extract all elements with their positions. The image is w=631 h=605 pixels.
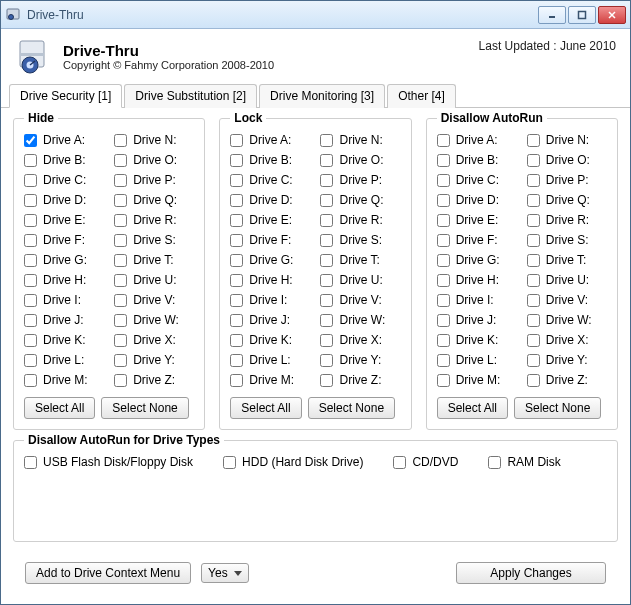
autorun-drive-B-checkbox[interactable] — [437, 154, 450, 167]
autorun-drive-E-checkbox[interactable] — [437, 214, 450, 227]
hide-drive-U[interactable]: Drive U: — [114, 273, 194, 287]
autorun-drive-J[interactable]: Drive J: — [437, 313, 517, 327]
autorun-drive-M-checkbox[interactable] — [437, 374, 450, 387]
lock-drive-D[interactable]: Drive D: — [230, 193, 310, 207]
lock-drive-G-checkbox[interactable] — [230, 254, 243, 267]
lock-drive-K[interactable]: Drive K: — [230, 333, 310, 347]
hide-drive-K[interactable]: Drive K: — [24, 333, 104, 347]
hide-drive-N-checkbox[interactable] — [114, 134, 127, 147]
lock-drive-E[interactable]: Drive E: — [230, 213, 310, 227]
lock-drive-T[interactable]: Drive T: — [320, 253, 400, 267]
hide-drive-O[interactable]: Drive O: — [114, 153, 194, 167]
autorun-drive-G-checkbox[interactable] — [437, 254, 450, 267]
hide-drive-X-checkbox[interactable] — [114, 334, 127, 347]
lock-drive-U[interactable]: Drive U: — [320, 273, 400, 287]
lock-drive-N[interactable]: Drive N: — [320, 133, 400, 147]
lock-drive-H-checkbox[interactable] — [230, 274, 243, 287]
hide-drive-G-checkbox[interactable] — [24, 254, 37, 267]
lock-drive-S[interactable]: Drive S: — [320, 233, 400, 247]
lock-drive-F[interactable]: Drive F: — [230, 233, 310, 247]
lock-drive-X[interactable]: Drive X: — [320, 333, 400, 347]
autorun-drive-Y-checkbox[interactable] — [527, 354, 540, 367]
lock-drive-X-checkbox[interactable] — [320, 334, 333, 347]
lock-drive-D-checkbox[interactable] — [230, 194, 243, 207]
autorun-drive-K-checkbox[interactable] — [437, 334, 450, 347]
autorun-drive-W-checkbox[interactable] — [527, 314, 540, 327]
hide-drive-W[interactable]: Drive W: — [114, 313, 194, 327]
lock-drive-H[interactable]: Drive H: — [230, 273, 310, 287]
tab-1[interactable]: Drive Substitution [2] — [124, 84, 257, 108]
hide-drive-N[interactable]: Drive N: — [114, 133, 194, 147]
lock-drive-B-checkbox[interactable] — [230, 154, 243, 167]
autorun-drive-P[interactable]: Drive P: — [527, 173, 607, 187]
autorun-drive-F[interactable]: Drive F: — [437, 233, 517, 247]
maximize-button[interactable] — [568, 6, 596, 24]
tab-3[interactable]: Other [4] — [387, 84, 456, 108]
autorun-drive-E[interactable]: Drive E: — [437, 213, 517, 227]
close-button[interactable] — [598, 6, 626, 24]
autorun-drive-J-checkbox[interactable] — [437, 314, 450, 327]
hide-drive-V[interactable]: Drive V: — [114, 293, 194, 307]
autorun-drive-A-checkbox[interactable] — [437, 134, 450, 147]
lock-drive-I[interactable]: Drive I: — [230, 293, 310, 307]
hide-drive-B[interactable]: Drive B: — [24, 153, 104, 167]
autorun-select-none-button[interactable]: Select None — [514, 397, 601, 419]
tab-0[interactable]: Drive Security [1] — [9, 84, 122, 108]
apply-changes-button[interactable]: Apply Changes — [456, 562, 606, 584]
drive-type-0[interactable]: USB Flash Disk/Floppy Disk — [24, 455, 193, 469]
autorun-drive-X[interactable]: Drive X: — [527, 333, 607, 347]
lock-drive-Z-checkbox[interactable] — [320, 374, 333, 387]
drive-type-1[interactable]: HDD (Hard Disk Drive) — [223, 455, 363, 469]
titlebar[interactable]: Drive-Thru — [1, 1, 630, 29]
autorun-drive-Y[interactable]: Drive Y: — [527, 353, 607, 367]
hide-drive-Z-checkbox[interactable] — [114, 374, 127, 387]
hide-drive-A[interactable]: Drive A: — [24, 133, 104, 147]
lock-drive-J-checkbox[interactable] — [230, 314, 243, 327]
hide-drive-T[interactable]: Drive T: — [114, 253, 194, 267]
autorun-drive-D-checkbox[interactable] — [437, 194, 450, 207]
hide-drive-X[interactable]: Drive X: — [114, 333, 194, 347]
autorun-drive-R[interactable]: Drive R: — [527, 213, 607, 227]
autorun-drive-Q-checkbox[interactable] — [527, 194, 540, 207]
hide-drive-I-checkbox[interactable] — [24, 294, 37, 307]
tab-2[interactable]: Drive Monitoring [3] — [259, 84, 385, 108]
autorun-drive-K[interactable]: Drive K: — [437, 333, 517, 347]
hide-drive-L-checkbox[interactable] — [24, 354, 37, 367]
hide-drive-E-checkbox[interactable] — [24, 214, 37, 227]
hide-drive-C[interactable]: Drive C: — [24, 173, 104, 187]
hide-drive-V-checkbox[interactable] — [114, 294, 127, 307]
minimize-button[interactable] — [538, 6, 566, 24]
hide-drive-M[interactable]: Drive M: — [24, 373, 104, 387]
lock-drive-C-checkbox[interactable] — [230, 174, 243, 187]
autorun-drive-Q[interactable]: Drive Q: — [527, 193, 607, 207]
autorun-drive-V[interactable]: Drive V: — [527, 293, 607, 307]
autorun-drive-I-checkbox[interactable] — [437, 294, 450, 307]
autorun-drive-H-checkbox[interactable] — [437, 274, 450, 287]
autorun-drive-N-checkbox[interactable] — [527, 134, 540, 147]
hide-drive-B-checkbox[interactable] — [24, 154, 37, 167]
hide-drive-Z[interactable]: Drive Z: — [114, 373, 194, 387]
hide-drive-D[interactable]: Drive D: — [24, 193, 104, 207]
hide-drive-H[interactable]: Drive H: — [24, 273, 104, 287]
hide-drive-F-checkbox[interactable] — [24, 234, 37, 247]
autorun-drive-F-checkbox[interactable] — [437, 234, 450, 247]
lock-drive-G[interactable]: Drive G: — [230, 253, 310, 267]
hide-select-all-button[interactable]: Select All — [24, 397, 95, 419]
lock-drive-N-checkbox[interactable] — [320, 134, 333, 147]
autorun-drive-D[interactable]: Drive D: — [437, 193, 517, 207]
drive-type-2[interactable]: CD/DVD — [393, 455, 458, 469]
drive-type-3-checkbox[interactable] — [488, 456, 501, 469]
lock-drive-J[interactable]: Drive J: — [230, 313, 310, 327]
hide-drive-I[interactable]: Drive I: — [24, 293, 104, 307]
lock-drive-P-checkbox[interactable] — [320, 174, 333, 187]
lock-drive-Q[interactable]: Drive Q: — [320, 193, 400, 207]
lock-drive-W[interactable]: Drive W: — [320, 313, 400, 327]
autorun-select-all-button[interactable]: Select All — [437, 397, 508, 419]
autorun-drive-G[interactable]: Drive G: — [437, 253, 517, 267]
lock-drive-O[interactable]: Drive O: — [320, 153, 400, 167]
lock-drive-C[interactable]: Drive C: — [230, 173, 310, 187]
hide-drive-S-checkbox[interactable] — [114, 234, 127, 247]
hide-drive-K-checkbox[interactable] — [24, 334, 37, 347]
lock-drive-A-checkbox[interactable] — [230, 134, 243, 147]
hide-drive-Q[interactable]: Drive Q: — [114, 193, 194, 207]
